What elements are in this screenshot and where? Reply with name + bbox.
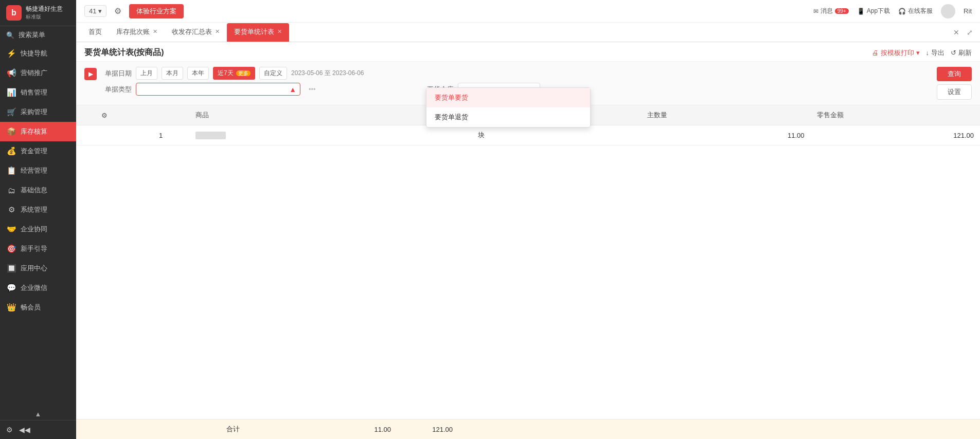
sidebar-item-purchase[interactable]: 🛒 采购管理 bbox=[0, 102, 76, 122]
tab-order-stats[interactable]: 要货单统计表 ✕ bbox=[227, 23, 289, 42]
sidebar-item-label: 库存核算 bbox=[21, 127, 47, 136]
maximize-icon[interactable]: ⤢ bbox=[965, 27, 975, 38]
app-center-icon: 🔲 bbox=[6, 264, 16, 273]
sidebar-item-finance[interactable]: 💰 资金管理 bbox=[0, 141, 76, 161]
sidebar-item-operation[interactable]: 📋 经营管理 bbox=[0, 161, 76, 180]
app-logo: b 畅捷通好生意 标准版 bbox=[0, 0, 76, 26]
collapse-icon[interactable]: ◀◀ bbox=[19, 426, 30, 434]
tab-recv-summary-label: 收发存汇总表 bbox=[172, 27, 212, 36]
filter-actions: 查询 设置 bbox=[937, 67, 972, 100]
chevron-down-icon: ▾ bbox=[98, 7, 102, 15]
sidebar-item-label: 经营管理 bbox=[21, 166, 47, 175]
close-all-tabs-icon[interactable]: ✕ bbox=[951, 27, 961, 38]
sidebar-item-basic[interactable]: 🗂 基础信息 bbox=[0, 180, 76, 200]
tab-inventory-batch-label: 库存批次账 bbox=[116, 27, 150, 36]
sidebar-item-sales[interactable]: 📊 销售管理 bbox=[0, 83, 76, 102]
sidebar-bottom: ⚙ ◀◀ bbox=[0, 420, 76, 439]
search-label: 搜索菜单 bbox=[19, 30, 45, 40]
col-index bbox=[133, 105, 189, 125]
more-badge: 更多 bbox=[236, 70, 251, 76]
sidebar-item-label: 营销推广 bbox=[21, 68, 47, 78]
tab-count-selector[interactable]: 41 ▾ bbox=[84, 5, 106, 17]
vip-icon: 👑 bbox=[6, 303, 16, 312]
sidebar: b 畅捷通好生意 标准版 🔍 搜索菜单 ⚡ 快捷导航 📢 营销推广 📊 销售管理… bbox=[0, 0, 76, 439]
tab-order-stats-label: 要货单统计表 bbox=[234, 27, 274, 36]
this-month-btn[interactable]: 本月 bbox=[162, 67, 183, 80]
sidebar-item-label: 企业微信 bbox=[21, 283, 47, 292]
sidebar-item-marketing[interactable]: 📢 营销推广 bbox=[0, 63, 76, 83]
sidebar-item-label: 采购管理 bbox=[21, 107, 47, 117]
sidebar-nav: ⚡ 快捷导航 📢 营销推广 📊 销售管理 🛒 采购管理 📦 库存核算 💰 资金管… bbox=[0, 44, 76, 408]
table-container: ⚙ 商品 主计量单位 主数量 零售金额 1 ████ ██ 块 11.00 12… bbox=[76, 105, 980, 419]
this-year-btn[interactable]: 本年 bbox=[187, 67, 209, 80]
dropdown-item-order-return[interactable]: 要货单退货 bbox=[426, 107, 590, 127]
filter-settings-button[interactable]: 设置 bbox=[937, 84, 972, 100]
online-service-button[interactable]: 🎧 在线客服 bbox=[898, 7, 933, 15]
sidebar-item-wechat[interactable]: 💬 企业微信 bbox=[0, 278, 76, 298]
sidebar-item-vip[interactable]: 👑 畅会员 bbox=[0, 298, 76, 317]
close-tab-inventory-batch[interactable]: ✕ bbox=[153, 28, 157, 35]
close-tab-order-stats[interactable]: ✕ bbox=[277, 28, 282, 35]
sidebar-item-system[interactable]: ⚙ 系统管理 bbox=[0, 200, 76, 220]
row-settings bbox=[76, 125, 133, 145]
topbar-left: 41 ▾ ⚙ 体验行业方案 bbox=[84, 4, 807, 19]
sidebar-item-guide[interactable]: 🎯 新手引导 bbox=[0, 239, 76, 259]
refresh-label: 刷新 bbox=[958, 48, 972, 58]
doc-type-chevron-up-icon[interactable]: ▲ bbox=[289, 85, 296, 94]
more-options-icon[interactable]: ••• bbox=[309, 85, 316, 93]
col-settings[interactable]: ⚙ bbox=[76, 105, 133, 125]
row-product: ████ ██ bbox=[189, 125, 472, 145]
last-month-btn[interactable]: 上月 bbox=[136, 67, 157, 80]
enterprise-icon: 🤝 bbox=[6, 225, 16, 234]
user-avatar[interactable] bbox=[941, 4, 955, 19]
wechat-icon: 💬 bbox=[6, 283, 16, 292]
topbar-right: ✉ 消息 99+ 📱 App下载 🎧 在线客服 Rit bbox=[813, 4, 972, 19]
row-index: 1 bbox=[133, 125, 189, 145]
sidebar-item-inventory[interactable]: 📦 库存核算 bbox=[0, 122, 76, 141]
filter-toggle-button[interactable]: ▶ bbox=[84, 68, 97, 80]
doc-type-input[interactable] bbox=[136, 83, 300, 96]
online-service-label: 在线客服 bbox=[908, 7, 933, 15]
total-quantity: 11.00 bbox=[329, 426, 391, 433]
tab-count: 41 bbox=[89, 7, 96, 15]
user-name: Rit bbox=[964, 7, 972, 15]
print-label: 按模板打印 bbox=[881, 48, 914, 58]
export-button[interactable]: ↓ 导出 bbox=[926, 48, 945, 58]
sidebar-item-label: 企业协同 bbox=[21, 225, 47, 234]
dropdown-item-order-goods[interactable]: 要货单要货 bbox=[426, 88, 590, 107]
topbar-settings-icon[interactable]: ⚙ bbox=[111, 4, 125, 19]
phone-icon: 📱 bbox=[857, 8, 865, 15]
sidebar-item-quick-nav[interactable]: ⚡ 快捷导航 bbox=[0, 44, 76, 63]
settings-icon[interactable]: ⚙ bbox=[6, 426, 13, 434]
topbar: 41 ▾ ⚙ 体验行业方案 ✉ 消息 99+ 📱 App下载 🎧 在线客服 Ri… bbox=[76, 0, 980, 23]
last-7-label: 近7天 bbox=[218, 69, 234, 77]
sidebar-item-label: 基础信息 bbox=[21, 186, 47, 195]
print-template-button[interactable]: 🖨 按模板打印 ▾ bbox=[872, 48, 920, 58]
trial-button[interactable]: 体验行业方案 bbox=[129, 4, 184, 19]
search-menu[interactable]: 🔍 搜索菜单 bbox=[0, 26, 76, 44]
sidebar-item-app-center[interactable]: 🔲 应用中心 bbox=[0, 259, 76, 278]
marketing-icon: 📢 bbox=[6, 68, 16, 78]
sidebar-item-label: 畅会员 bbox=[21, 303, 41, 312]
tab-home[interactable]: 首页 bbox=[81, 23, 109, 42]
custom-date-btn[interactable]: 自定义 bbox=[259, 67, 287, 80]
scroll-up-btn[interactable]: ▲ bbox=[0, 408, 76, 420]
export-label: 导出 bbox=[931, 48, 945, 58]
tab-inventory-batch[interactable]: 库存批次账 ✕ bbox=[109, 23, 165, 42]
messages-button[interactable]: ✉ 消息 99+ bbox=[813, 7, 849, 15]
close-tab-recv-summary[interactable]: ✕ bbox=[215, 28, 220, 35]
filter-bar: ▶ 单据日期 上月 本月 本年 近7天 更多 自定义 2023-05-06 至 … bbox=[76, 62, 980, 105]
main-content: 41 ▾ ⚙ 体验行业方案 ✉ 消息 99+ 📱 App下载 🎧 在线客服 Ri… bbox=[76, 0, 980, 439]
query-button[interactable]: 查询 bbox=[937, 67, 972, 81]
doc-type-label: 单据类型 bbox=[105, 85, 132, 94]
sidebar-item-label: 新手引导 bbox=[21, 244, 47, 253]
sidebar-item-enterprise[interactable]: 🤝 企业协同 bbox=[0, 220, 76, 239]
inventory-icon: 📦 bbox=[6, 127, 16, 136]
app-download-button[interactable]: 📱 App下载 bbox=[857, 7, 890, 15]
basic-icon: 🗂 bbox=[6, 186, 16, 195]
last-7-days-btn[interactable]: 近7天 更多 bbox=[213, 67, 255, 80]
tab-recv-summary[interactable]: 收发存汇总表 ✕ bbox=[165, 23, 227, 42]
col-amount: 零售金额 bbox=[811, 105, 980, 125]
refresh-icon: ↺ bbox=[951, 49, 956, 57]
refresh-button[interactable]: ↺ 刷新 bbox=[951, 48, 972, 58]
